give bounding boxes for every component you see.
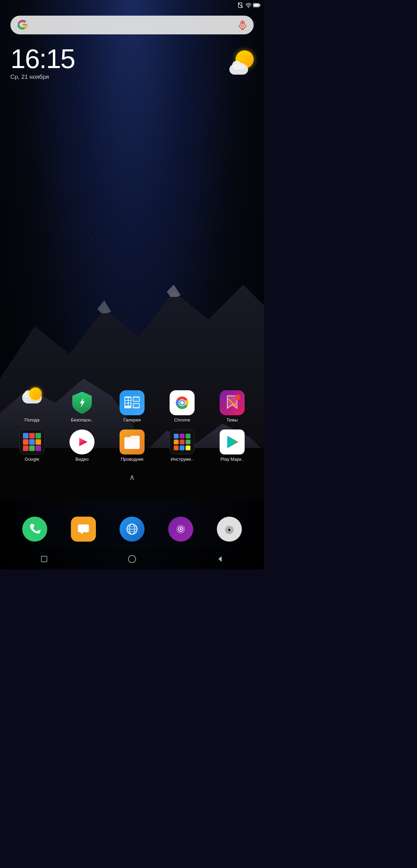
svg-rect-28: [133, 398, 139, 401]
app-tools[interactable]: Инструме..: [163, 429, 201, 462]
google-logo: [17, 19, 28, 31]
security-app-icon: [70, 390, 95, 415]
svg-rect-29: [133, 404, 139, 407]
security-app-label: Безопасн..: [71, 417, 93, 423]
status-icons: [238, 2, 261, 8]
google-grid: [21, 431, 43, 453]
nav-recent-button[interactable]: [37, 552, 51, 566]
video-app-label: Видео: [75, 457, 89, 462]
svg-point-8: [248, 7, 249, 8]
dock-messages[interactable]: [71, 517, 96, 542]
svg-rect-27: [129, 403, 131, 406]
svg-rect-59: [41, 556, 47, 562]
chrome-app-icon: [170, 390, 195, 415]
weather-app-label: Погода: [25, 417, 40, 423]
dock-camera[interactable]: [217, 517, 242, 542]
app-drawer-handle[interactable]: ∧: [129, 473, 135, 482]
nav-home-button[interactable]: [125, 552, 139, 566]
svg-point-51: [180, 528, 182, 530]
svg-line-7: [238, 3, 243, 8]
app-row-1: Погода Безопасн..: [7, 390, 257, 423]
weather-icon: [229, 50, 254, 75]
google-app-icon: [19, 429, 44, 454]
video-app-icon: [70, 429, 95, 454]
status-bar: [0, 0, 264, 10]
music-icon: [168, 517, 193, 542]
app-grid: Погода Безопасн..: [0, 390, 264, 469]
phone-icon: [22, 517, 47, 542]
google-app-label: Google: [25, 457, 39, 462]
weather-app-icon: [19, 390, 44, 415]
no-sim-icon: [238, 2, 244, 8]
battery-icon: [253, 3, 261, 8]
svg-marker-41: [227, 436, 238, 448]
clock-widget: 16:15 Ср, 21 ноября: [10, 45, 75, 81]
dock-browser[interactable]: [120, 517, 145, 542]
svg-rect-22: [125, 398, 128, 400]
svg-marker-4: [97, 300, 111, 313]
svg-rect-26: [125, 403, 128, 406]
themes-app-icon: [220, 390, 245, 415]
svg-point-58: [230, 528, 231, 529]
svg-rect-25: [129, 401, 131, 403]
app-video[interactable]: Видео: [63, 429, 101, 462]
app-row-2: Google Видео: [7, 429, 257, 462]
app-weather[interactable]: Погода: [13, 390, 51, 423]
app-gallery[interactable]: Галерея: [113, 390, 151, 423]
tools-app-icon: [170, 429, 195, 454]
gallery-app-icon: [120, 390, 145, 415]
svg-point-17: [242, 24, 243, 25]
dock-music[interactable]: [168, 517, 193, 542]
search-bar[interactable]: [10, 16, 254, 34]
files-app-label: Проводник: [121, 457, 143, 462]
app-playstore[interactable]: Play Марк..: [213, 429, 251, 462]
svg-point-16: [242, 22, 243, 24]
svg-rect-42: [78, 525, 89, 533]
tools-app-label: Инструме..: [171, 457, 194, 462]
files-app-icon: [120, 429, 145, 454]
svg-point-33: [180, 401, 184, 404]
svg-marker-43: [80, 532, 83, 535]
nav-back-button[interactable]: [213, 552, 227, 566]
weather-widget: [229, 50, 254, 75]
clock-time: 16:15: [10, 45, 75, 72]
messages-icon: [71, 517, 96, 542]
svg-rect-10: [260, 5, 261, 6]
app-files[interactable]: Проводник: [113, 429, 151, 462]
app-themes[interactable]: Темы: [213, 390, 251, 423]
camera-icon: [217, 517, 242, 542]
browser-icon: [120, 517, 145, 542]
microphone-icon[interactable]: [238, 20, 247, 30]
tools-grid: [171, 431, 193, 453]
app-google[interactable]: Google: [13, 429, 51, 462]
svg-marker-3: [167, 285, 181, 297]
app-security[interactable]: Безопасн..: [63, 390, 101, 423]
svg-point-38: [235, 394, 240, 400]
svg-point-57: [229, 529, 230, 531]
gallery-app-label: Галерея: [123, 417, 141, 423]
themes-app-label: Темы: [227, 417, 238, 423]
svg-point-60: [128, 556, 136, 563]
svg-rect-23: [129, 398, 131, 400]
chrome-app-label: Chrome: [174, 417, 190, 423]
dock-phone[interactable]: [22, 517, 47, 542]
svg-marker-61: [218, 556, 222, 562]
wifi-icon: [245, 2, 252, 8]
dock: [0, 517, 264, 542]
svg-rect-11: [254, 4, 259, 7]
playstore-app-label: Play Марк..: [220, 457, 244, 462]
playstore-app-icon: [220, 429, 245, 454]
nav-bar: [0, 549, 264, 569]
clock-date: Ср, 21 ноября: [10, 74, 75, 81]
app-chrome[interactable]: Chrome: [163, 390, 201, 423]
svg-rect-24: [125, 401, 128, 403]
